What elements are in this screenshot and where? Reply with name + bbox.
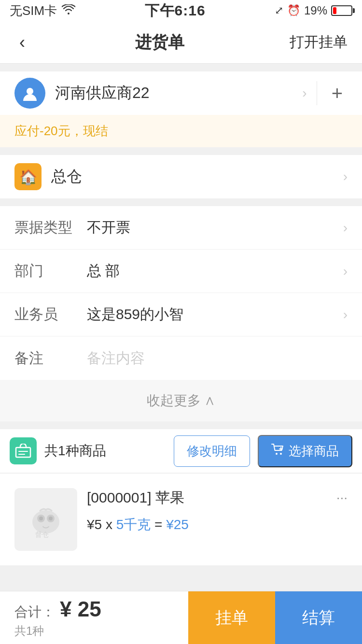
quantity: 5千克	[116, 517, 151, 532]
total-row: 合计： ¥ 25	[14, 597, 174, 621]
status-bar: 无SIM卡 下午6:16 ⤢ ⏰ 19%	[0, 0, 362, 21]
supplier-section: 河南供应商22 › + 应付-20元，现结	[0, 71, 362, 147]
page-title: 进货单	[135, 31, 184, 54]
salesman-value: 这是859的小智	[87, 305, 343, 324]
svg-point-0	[27, 88, 33, 95]
multiply-sign: x	[106, 517, 116, 532]
notice-bar: 应付-20元，现结	[0, 115, 362, 147]
add-supplier-button[interactable]: +	[327, 78, 348, 109]
product-thumbnail: 督仓	[14, 488, 77, 551]
supplier-avatar	[14, 78, 45, 109]
bottom-total: 合计： ¥ 25 共1种	[0, 591, 188, 644]
product-item: 督仓 [0000001] 苹果 ¥5 x 5千克 = ¥25 ···	[0, 474, 362, 565]
product-header: 共1种商品 修改明细 选择商品	[0, 429, 362, 473]
svg-point-8	[49, 517, 53, 520]
select-product-button[interactable]: 选择商品	[258, 435, 352, 467]
product-count-icon	[10, 437, 37, 464]
invoice-label: 票据类型	[14, 218, 77, 238]
battery-percent: 19%	[304, 4, 327, 17]
remark-row[interactable]: 备注 备注内容	[0, 336, 362, 380]
status-left: 无SIM卡	[10, 2, 75, 19]
salesman-row[interactable]: 业务员 这是859的小智 ›	[0, 293, 362, 336]
dept-chevron-icon: ›	[343, 264, 348, 279]
equals-sign: =	[154, 517, 166, 532]
svg-point-3	[280, 453, 282, 455]
nav-bar: ‹ 进货单 打开挂单	[0, 21, 362, 64]
salesman-label: 业务员	[14, 305, 77, 324]
product-name: [0000001] 苹果	[87, 488, 327, 508]
product-title: 苹果	[155, 490, 184, 505]
invoice-chevron-icon: ›	[343, 220, 348, 236]
wifi-icon	[62, 3, 75, 18]
status-right: ⤢ ⏰ 19%	[275, 4, 352, 17]
checkout-button[interactable]: 结算	[275, 591, 362, 644]
product-count-text: 共1种商品	[44, 442, 166, 460]
dept-row[interactable]: 部门 总 部 ›	[0, 250, 362, 293]
svg-rect-1	[16, 448, 30, 457]
product-price: ¥5 x 5千克 = ¥25	[87, 516, 327, 534]
svg-point-7	[39, 517, 43, 520]
cart-icon	[271, 444, 285, 459]
form-section: 票据类型 不开票 › 部门 总 部 › 业务员 这是859的小智 › 备注 备注…	[0, 206, 362, 380]
total-amount: ¥ 25	[60, 597, 101, 621]
total-label: 合计：	[14, 603, 55, 621]
edit-detail-button[interactable]: 修改明细	[174, 435, 250, 467]
hold-order-button[interactable]: 挂单	[188, 591, 275, 644]
dept-label: 部门	[14, 261, 77, 281]
battery-icon	[331, 5, 352, 16]
dept-value: 总 部	[87, 261, 343, 281]
warehouse-row[interactable]: 🏠 总仓 ›	[0, 155, 362, 198]
carrier-text: 无SIM卡	[10, 2, 57, 19]
supplier-chevron-icon: ›	[302, 85, 306, 101]
invoice-value: 不开票	[87, 218, 343, 238]
invoice-row[interactable]: 票据类型 不开票 ›	[0, 206, 362, 250]
time-display: 下午6:16	[145, 1, 206, 21]
salesman-chevron-icon: ›	[343, 307, 348, 322]
location-icon: ⤢	[275, 4, 283, 17]
select-product-label: 选择商品	[289, 443, 339, 460]
warehouse-icon: 🏠	[14, 163, 42, 190]
product-code: [0000001]	[87, 490, 151, 505]
svg-point-2	[276, 453, 278, 455]
svg-text:督仓: 督仓	[35, 531, 49, 538]
back-button[interactable]: ‹	[14, 28, 30, 57]
warehouse-name: 总仓	[51, 166, 343, 187]
remark-label: 备注	[14, 349, 77, 368]
total-count: 共1种	[14, 623, 174, 639]
warehouse-chevron-icon: ›	[343, 169, 348, 184]
alarm-icon: ⏰	[287, 4, 300, 17]
supplier-name: 河南供应商22	[55, 83, 302, 104]
vertical-divider	[317, 81, 317, 105]
supplier-row[interactable]: 河南供应商22 › +	[0, 71, 362, 115]
svg-point-4	[32, 510, 59, 533]
open-pending-button[interactable]: 打开挂单	[290, 32, 348, 52]
product-more-button[interactable]: ···	[336, 488, 348, 551]
line-total: ¥25	[166, 517, 189, 532]
unit-price: ¥5	[87, 517, 102, 532]
remark-input[interactable]: 备注内容	[87, 349, 348, 368]
collapse-button[interactable]: 收起更多 ∧	[0, 380, 362, 421]
battery-fill	[333, 7, 336, 14]
product-info: [0000001] 苹果 ¥5 x 5千克 = ¥25	[87, 488, 327, 551]
bottom-bar: 合计： ¥ 25 共1种 挂单 结算	[0, 591, 362, 644]
